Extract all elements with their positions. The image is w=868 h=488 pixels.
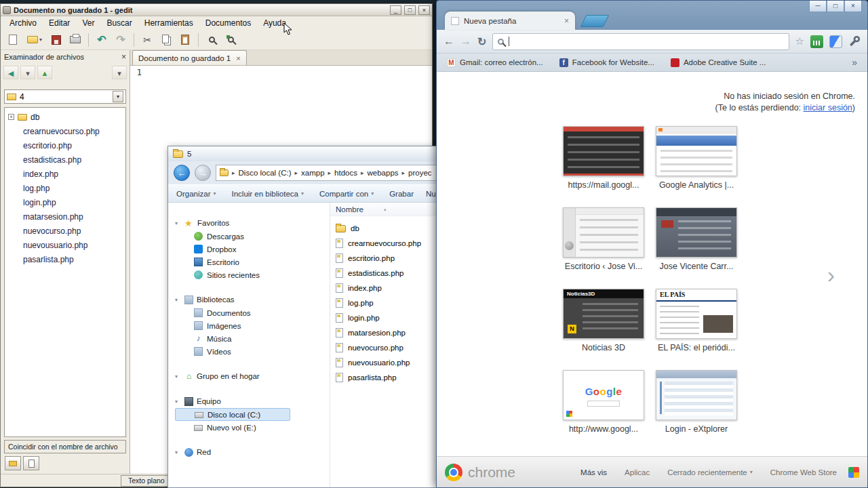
open-button[interactable]: ▾ — [24, 32, 45, 48]
minimize-button[interactable]: ─ — [809, 1, 827, 12]
location-combobox[interactable]: 4 ▾ — [4, 89, 126, 104]
forward-button[interactable]: → — [460, 35, 471, 47]
most-visited-tile[interactable]: Google http://www.googl... — [563, 370, 644, 434]
forward-button[interactable]: → — [195, 165, 211, 181]
menu-herramientas[interactable]: Herramientas — [138, 17, 199, 29]
menu-editar[interactable]: Editar — [43, 17, 76, 29]
bookmark-facebook[interactable]: fFacebook for Website... — [559, 58, 654, 67]
bookmarks-overflow-icon[interactable]: » — [852, 57, 857, 68]
omnibox[interactable] — [492, 33, 789, 50]
thumbnail-wordpress[interactable] — [563, 207, 644, 258]
extension-icon-translate[interactable] — [829, 35, 842, 48]
breadcrumb-disco-local[interactable]: Disco local (C:) — [239, 169, 292, 177]
most-visited-tile[interactable]: Noticias3D N Noticias 3D — [563, 289, 644, 352]
most-visited-tile[interactable]: Login - eXtplorer — [656, 370, 737, 434]
thumbnail-jose-vicente[interactable] — [656, 207, 737, 258]
breadcrumb-webapps[interactable]: webapps — [368, 169, 399, 177]
nav-red[interactable]: ▾ Red — [175, 445, 330, 459]
footer-most-visited[interactable]: Más vis — [574, 468, 613, 476]
thumbnail-gmail[interactable] — [563, 126, 644, 176]
new-document-button[interactable] — [5, 32, 21, 48]
nav-disco-local-c[interactable]: Disco local (C:) — [175, 408, 290, 421]
back-button[interactable]: ← — [443, 35, 454, 47]
minimize-button[interactable]: _ — [390, 5, 401, 15]
copy-button[interactable] — [158, 32, 174, 48]
bookmark-adobe[interactable]: Adobe Creative Suite ... — [671, 58, 766, 67]
menu-buscar[interactable]: Buscar — [100, 17, 138, 29]
tree-file[interactable]: index.php — [5, 167, 125, 181]
most-visited-tile[interactable]: Google Analytics |... — [656, 126, 737, 190]
breadcrumb-proyecto[interactable]: proyec — [408, 169, 432, 177]
tree-expanded-icon[interactable]: ▾ — [175, 449, 181, 455]
close-button[interactable]: × — [844, 1, 862, 12]
nav-videos[interactable]: Vídeos — [175, 345, 330, 358]
syntax-mode-selector[interactable]: Texto plano — [121, 475, 172, 487]
tree-file[interactable]: login.php — [5, 195, 125, 209]
documents-tab[interactable] — [23, 456, 39, 470]
maximize-button[interactable]: □ — [827, 1, 844, 12]
thumbnail-google[interactable]: Google — [563, 370, 644, 420]
nav-sitios-recientes[interactable]: Sitios recientes — [175, 268, 330, 281]
panel-close-icon[interactable]: × — [121, 52, 126, 62]
expander-icon[interactable]: + — [8, 114, 14, 120]
nav-musica[interactable]: ♪Música — [175, 332, 330, 345]
most-visited-tile[interactable]: Jose Vicente Carr... — [656, 207, 737, 271]
previous-location-button[interactable]: ◀ — [3, 66, 18, 79]
nav-equipo[interactable]: ▾ Equipo — [175, 394, 330, 408]
thumbnail-analytics[interactable] — [656, 126, 737, 176]
nav-nuevo-vol-e[interactable]: Nuevo vol (E:) — [175, 421, 330, 434]
tree-file[interactable]: log.php — [5, 181, 125, 195]
extension-icon-analytics[interactable] — [810, 35, 823, 48]
most-visited-tile[interactable]: EL PAÍS EL PAÍS: el periódi... — [656, 289, 737, 352]
nav-imagenes[interactable]: Imágenes — [175, 319, 330, 332]
tree-file[interactable]: pasarlista.php — [5, 252, 125, 266]
thumbnail-extplorer[interactable] — [656, 370, 737, 420]
tree-expanded-icon[interactable]: ▾ — [175, 399, 181, 405]
cut-button[interactable]: ✂ — [139, 32, 155, 48]
nav-favoritos[interactable]: ▾ ★ Favoritos — [175, 216, 330, 230]
most-visited-tile[interactable]: Escritorio ‹ Jose Vi... — [563, 207, 644, 271]
webstore-icon[interactable] — [848, 467, 859, 478]
tree-file[interactable]: nuevousuario.php — [5, 238, 125, 252]
nav-dropbox[interactable]: Dropbox — [175, 243, 330, 256]
menu-ver[interactable]: Ver — [76, 17, 100, 29]
tree-expanded-icon[interactable]: ▾ — [175, 297, 181, 303]
paste-button[interactable] — [177, 32, 193, 48]
tree-file[interactable]: nuevocurso.php — [5, 224, 125, 238]
nav-escritorio[interactable]: Escritorio — [175, 256, 330, 268]
gedit-titlebar[interactable]: Documento no guardado 1 - gedit _ □ × — [1, 4, 432, 16]
tab-close-icon[interactable]: × — [564, 16, 569, 26]
most-visited-tile[interactable]: https://mail.googl... — [563, 126, 644, 190]
bookmark-gmail[interactable]: MGmail: correo electrón... — [447, 58, 543, 67]
footer-recently-closed[interactable]: Cerrado recientemente▾ — [661, 468, 759, 476]
footer-apps[interactable]: Aplicac — [618, 468, 656, 476]
signin-link[interactable]: iniciar sesión — [804, 103, 852, 113]
replace-button[interactable] — [222, 32, 239, 48]
tree-folder-db[interactable]: + db — [5, 110, 125, 124]
location-dropdown-button[interactable]: ▾ — [20, 66, 35, 79]
close-button[interactable]: × — [418, 5, 430, 15]
thumbnail-noticias3d[interactable]: Noticias3D N — [563, 289, 644, 339]
wrench-menu-icon[interactable] — [848, 35, 861, 47]
next-page-arrow[interactable]: › — [827, 262, 835, 288]
tree-file[interactable]: crearnuevocurso.php — [5, 124, 125, 138]
tree-expanded-icon[interactable]: ▾ — [175, 373, 181, 380]
nav-documentos[interactable]: Documentos — [175, 306, 330, 319]
browser-tab-nueva-pestana[interactable]: Nueva pestaña × — [445, 12, 575, 30]
breadcrumb-xampp[interactable]: xampp — [301, 169, 325, 177]
nav-bibliotecas[interactable]: ▾ Bibliotecas — [175, 293, 330, 306]
find-button[interactable] — [203, 32, 220, 48]
organize-button[interactable]: Organizar▾ — [176, 190, 220, 198]
filename-filter[interactable]: Coincidir con el nombre de archivo — [4, 440, 126, 453]
back-button[interactable]: ← — [174, 165, 190, 181]
include-in-library-button[interactable]: Incluir en biblioteca▾ — [232, 190, 307, 198]
maximize-button[interactable]: □ — [404, 5, 416, 15]
footer-webstore[interactable]: Chrome Web Store — [764, 468, 843, 476]
nav-descargas[interactable]: Descargas — [175, 230, 330, 243]
tree-expanded-icon[interactable]: ▾ — [175, 220, 181, 226]
nav-grupo-hogar[interactable]: ▾ ⌂ Grupo en el hogar — [175, 369, 330, 383]
menu-archivo[interactable]: Archivo — [3, 17, 43, 29]
panel-menu-button[interactable]: ▾ — [112, 66, 127, 79]
combo-dropdown-icon[interactable]: ▾ — [113, 91, 123, 102]
new-tab-button[interactable] — [580, 15, 610, 27]
